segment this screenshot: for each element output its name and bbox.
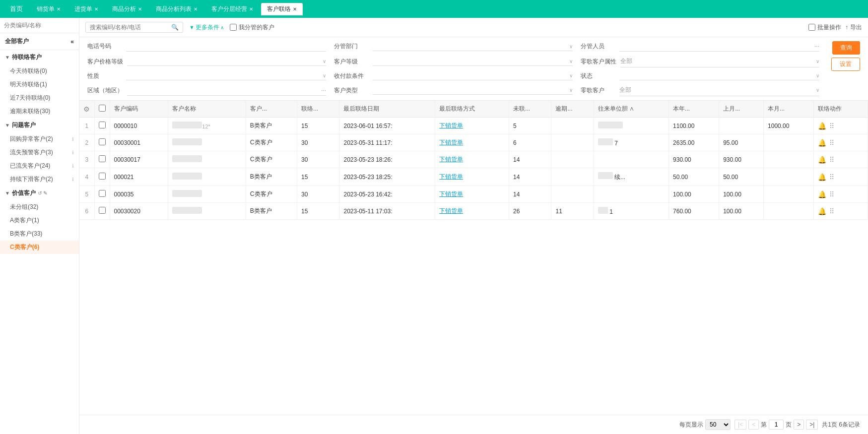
my-customers-checkbox[interactable] — [230, 24, 237, 31]
gear-icon[interactable]: ⚙ — [83, 105, 90, 113]
th-this-year[interactable]: 本年... — [669, 101, 719, 118]
td-method-link-3[interactable]: 下销货单 — [439, 156, 463, 163]
nav-tab-customer-contact[interactable]: 客户联络 ✕ — [261, 3, 303, 15]
sidebar-item-7days[interactable]: 近7天待联络(0) — [0, 91, 79, 105]
next-page-btn[interactable]: > — [794, 420, 804, 430]
row-checkbox-5[interactable] — [99, 190, 106, 197]
batch-operation-btn[interactable]: 批量操作 — [808, 23, 841, 32]
page-input[interactable] — [769, 420, 784, 430]
action-bell-3[interactable]: 🔔 — [818, 156, 826, 164]
action-bell-6[interactable]: 🔔 — [818, 207, 826, 215]
nav-tab-analysis-list[interactable]: 商品分析列表 ✕ — [150, 3, 203, 15]
th-no-contact[interactable]: 未联... — [509, 101, 551, 118]
sidebar-item-class-c[interactable]: C类客户(6) — [0, 241, 79, 254]
filter-select-dept[interactable]: ∨ — [373, 42, 573, 51]
td-method-link-6[interactable]: 下销货单 — [439, 207, 463, 214]
action-bell-2[interactable]: 🔔 — [818, 139, 826, 147]
th-unit-amount[interactable]: 往来单位胆 ∧ — [594, 101, 668, 118]
row-checkbox-4[interactable] — [99, 173, 106, 180]
action-bell-5[interactable]: 🔔 — [818, 190, 826, 198]
filter-select-customer-attr[interactable]: 全部 ∨ — [620, 56, 819, 67]
th-last-method[interactable]: 最后联络方式 — [435, 101, 509, 118]
nav-tab-analysis-list-close[interactable]: ✕ — [194, 6, 198, 12]
nav-tab-customer-segment[interactable]: 客户分层经营 ✕ — [205, 3, 259, 15]
nav-tab-sales-close[interactable]: ✕ — [57, 6, 61, 12]
per-page-select[interactable]: 50 100 200 — [705, 419, 731, 430]
action-grid-5[interactable]: ⠿ — [829, 190, 834, 198]
sidebar-item-churn-warning[interactable]: 流失预警客户(3) ℹ — [0, 146, 79, 159]
row-checkbox-2[interactable] — [99, 138, 106, 145]
th-contact[interactable]: 联络... — [297, 101, 339, 118]
action-grid-4[interactable]: ⠿ — [829, 173, 834, 181]
nav-tab-sales[interactable]: 销货单 ✕ — [31, 3, 67, 15]
td-method-link-5[interactable]: 下销货单 — [439, 190, 463, 197]
action-bell-1[interactable]: 🔔 — [818, 122, 826, 130]
more-condition-btn[interactable]: ▼ 更多条件 ∧ — [189, 23, 224, 32]
filter-select-person[interactable]: ··· — [619, 41, 819, 52]
sidebar-item-repurchase-abnormal[interactable]: 回购异常客户(2) ℹ — [0, 132, 79, 146]
filter-select-status[interactable]: ∨ — [619, 71, 819, 80]
nav-tab-analysis[interactable]: 商品分析 ✕ — [106, 3, 148, 15]
sidebar-collapse-icon[interactable]: « — [70, 38, 74, 45]
nav-tab-analysis-close[interactable]: ✕ — [138, 6, 142, 12]
row-checkbox-1[interactable] — [99, 122, 106, 128]
search-input[interactable] — [90, 24, 169, 31]
batch-checkbox[interactable] — [808, 24, 815, 31]
th-this-month[interactable]: 本月... — [764, 101, 814, 118]
sidebar-section-pending[interactable]: ▼ 待联络客户 — [0, 50, 79, 64]
sidebar-item-today[interactable]: 今天待联络(0) — [0, 64, 79, 78]
action-grid-3[interactable]: ⠿ — [829, 156, 834, 164]
nav-tab-customer-segment-close[interactable]: ✕ — [249, 6, 253, 12]
action-bell-4[interactable]: 🔔 — [818, 173, 826, 181]
sidebar-item-overdue[interactable]: 逾期未联络(30) — [0, 105, 79, 118]
first-page-btn[interactable]: |< — [734, 420, 746, 430]
filter-select-customer-level[interactable]: ∨ — [373, 57, 573, 66]
sidebar-all-customers-header[interactable]: 全部客户 « — [0, 33, 79, 50]
row-checkbox-3[interactable] — [99, 155, 106, 162]
th-overdue[interactable]: 逾期... — [551, 101, 594, 118]
sidebar-item-churned[interactable]: 已流失客户(24) ℹ — [0, 159, 79, 173]
action-grid-6[interactable]: ⠿ — [829, 207, 834, 215]
action-grid-1[interactable]: ⠿ — [829, 122, 834, 130]
nav-tab-purchase-close[interactable]: ✕ — [94, 6, 98, 12]
my-customers-filter[interactable]: 我分管的客户 — [230, 23, 274, 32]
sidebar-item-ungrouped[interactable]: 未分组(32) — [0, 200, 79, 214]
td-method-link-2[interactable]: 下销货单 — [439, 139, 463, 146]
sidebar-item-class-a[interactable]: A类客户(1) — [0, 214, 79, 227]
filter-select-price-level[interactable]: ∨ — [127, 57, 326, 66]
th-last-date[interactable]: 最后联络日期 — [339, 101, 435, 118]
filter-select-nature[interactable]: ∨ — [126, 71, 326, 80]
filter-select-customer-type[interactable]: ∨ — [373, 86, 573, 95]
th-last-month[interactable]: 上月... — [719, 101, 764, 118]
ellipsis-region[interactable]: ··· — [321, 87, 326, 94]
export-btn[interactable]: ↑ 导出 — [845, 23, 862, 32]
nav-tab-customer-contact-close[interactable]: ✕ — [293, 6, 297, 12]
filter-select-zero-customer[interactable]: 全部 ∨ — [619, 84, 819, 96]
sidebar-item-declining[interactable]: 持续下滑客户(2) ℹ — [0, 173, 79, 186]
filter-select-payment[interactable]: ∨ — [373, 71, 573, 80]
filter-select-region[interactable]: ··· — [127, 85, 326, 96]
query-button[interactable]: 查询 — [832, 41, 860, 55]
row-checkbox-6[interactable] — [99, 207, 106, 214]
search-icon[interactable]: 🔍 — [171, 24, 179, 31]
action-grid-2[interactable]: ⠿ — [829, 139, 834, 147]
select-all-checkbox[interactable] — [99, 105, 106, 112]
th-code[interactable]: 客户编码 — [110, 101, 168, 118]
sidebar-section-problem[interactable]: ▼ 问题客户 — [0, 118, 79, 132]
filter-input-phone[interactable] — [126, 41, 326, 52]
th-action[interactable]: 联络动作 — [814, 101, 868, 118]
sidebar-item-class-b[interactable]: B类客户(33) — [0, 227, 79, 241]
th-name[interactable]: 客户名称 — [168, 101, 246, 118]
ellipsis-person[interactable]: ··· — [814, 43, 819, 50]
sidebar-search-input[interactable] — [4, 22, 78, 29]
sidebar-item-tomorrow[interactable]: 明天待联络(1) — [0, 78, 79, 91]
nav-tab-purchase[interactable]: 进货单 ✕ — [68, 3, 104, 15]
setting-button[interactable]: 设置 — [831, 58, 860, 71]
td-method-link-4[interactable]: 下销货单 — [439, 173, 463, 180]
nav-home[interactable]: 首页 — [4, 2, 29, 15]
last-page-btn[interactable]: >| — [806, 420, 818, 430]
prev-page-btn[interactable]: < — [748, 420, 759, 430]
th-type[interactable]: 客户... — [246, 101, 297, 118]
sidebar-section-value[interactable]: ▼ 价值客户 ↺ ✎ — [0, 186, 79, 200]
td-method-link-1[interactable]: 下销货单 — [439, 122, 463, 129]
